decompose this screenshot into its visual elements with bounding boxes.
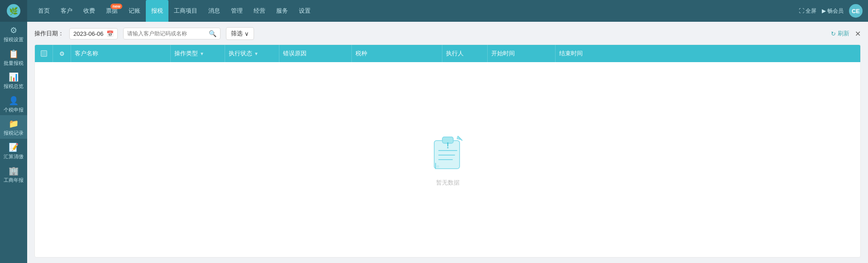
sidebar-item-tax-settings[interactable]: ⚙ 报税设置 xyxy=(0,22,27,45)
nav-label-commerce: 工商项目 xyxy=(174,7,197,15)
th-end-time: 结束时间 xyxy=(556,45,623,62)
nav-label-billing: 收费 xyxy=(83,7,95,15)
nav-label-customer: 客户 xyxy=(61,7,72,15)
th-checkbox[interactable] xyxy=(35,45,53,62)
nav-item-customer[interactable]: 客户 xyxy=(55,0,78,22)
th-executor-label: 执行人 xyxy=(446,49,464,58)
th-tax-type: 税种 xyxy=(352,45,442,62)
nav-item-settings[interactable]: 设置 xyxy=(293,0,316,22)
sidebar-label-personal-tax: 个税申报 xyxy=(4,107,24,113)
empty-state: ! 暂无数据 xyxy=(35,62,860,257)
fullscreen-label: 全屏 xyxy=(806,7,816,15)
search-box: 🔍 xyxy=(123,28,221,39)
fullscreen-btn[interactable]: ⛶ 全屏 xyxy=(799,7,816,15)
nav-label-bookkeeping: 记账 xyxy=(129,7,140,15)
sidebar-label-tax-settings: 报税设置 xyxy=(4,37,24,43)
avatar[interactable]: CE xyxy=(849,4,863,18)
sidebar-item-annual-report[interactable]: 🏢 工商年报 xyxy=(0,162,27,186)
refresh-icon: ↻ xyxy=(831,30,836,37)
sidebar-icon-annual-report: 🏢 xyxy=(9,166,19,176)
th-end-time-label: 结束时间 xyxy=(559,49,583,58)
table-header: ⚙ 客户名称 操作类型 ▼ 执行状态 ▼ 错误原因 xyxy=(35,45,860,62)
th-start-time: 开始时间 xyxy=(488,45,556,62)
logo-icon: 🌿 xyxy=(7,4,20,18)
filter-label: 筛选 xyxy=(231,29,243,38)
nav-label-settings: 设置 xyxy=(299,7,311,15)
sidebar: 🌿 ⚙ 报税设置 📋 批量报税 📊 报税总览 👤 个税申报 📁 报税记录 📝 汇… xyxy=(0,0,27,263)
sidebar-label-tax-overview: 报税总览 xyxy=(4,83,24,89)
th-error-reason: 错误原因 xyxy=(279,45,352,62)
main-area: 首页客户收费票据new记账报税工商项目消息管理经营服务设置 ⛶ 全屏 ▶ 畅会员… xyxy=(27,0,868,263)
th-settings[interactable]: ⚙ xyxy=(53,45,71,62)
date-input[interactable]: 2023-06-06 📅 xyxy=(69,28,118,39)
close-button[interactable]: ✕ xyxy=(855,29,861,38)
sidebar-label-settlement: 汇算清缴 xyxy=(4,154,24,160)
sidebar-item-batch-tax[interactable]: 📋 批量报税 xyxy=(0,45,27,69)
nav-item-billing[interactable]: 收费 xyxy=(78,0,101,22)
nav-label-messages: 消息 xyxy=(208,7,220,15)
th-start-time-label: 开始时间 xyxy=(491,49,515,58)
nav-item-tax[interactable]: 报税 xyxy=(146,0,168,22)
date-label: 操作日期： xyxy=(34,29,64,38)
sidebar-icon-tax-overview: 📊 xyxy=(9,72,19,82)
sidebar-icon-settlement: 📝 xyxy=(9,142,19,152)
toolbar: 操作日期： 2023-06-06 📅 🔍 筛选 ∨ ↻ 刷新 xyxy=(34,27,861,40)
sidebar-icon-tax-record: 📁 xyxy=(9,119,19,129)
refresh-button[interactable]: ↻ 刷新 xyxy=(831,29,849,38)
nav-item-messages[interactable]: 消息 xyxy=(203,0,225,22)
date-value: 2023-06-06 xyxy=(73,30,104,37)
nav-item-commerce[interactable]: 工商项目 xyxy=(168,0,203,22)
page-content: 操作日期： 2023-06-06 📅 🔍 筛选 ∨ ↻ 刷新 xyxy=(27,22,868,263)
th-executor: 执行人 xyxy=(442,45,488,62)
nav-item-bookkeeping[interactable]: 记账 xyxy=(123,0,146,22)
member-btn[interactable]: ▶ 畅会员 xyxy=(822,7,844,15)
nav-item-home[interactable]: 首页 xyxy=(33,0,55,22)
empty-icon: ! xyxy=(430,132,466,173)
sidebar-icon-batch-tax: 📋 xyxy=(9,49,19,59)
sidebar-label-tax-record: 报税记录 xyxy=(4,130,24,136)
member-icon: ▶ xyxy=(822,8,826,14)
sidebar-icon-tax-settings: ⚙ xyxy=(9,25,19,35)
nav-label-home: 首页 xyxy=(38,7,50,15)
sidebar-item-personal-tax[interactable]: 👤 个税申报 xyxy=(0,92,27,116)
content-area: 操作日期： 2023-06-06 📅 🔍 筛选 ∨ ↻ 刷新 xyxy=(27,22,868,263)
nav-label-services: 服务 xyxy=(276,7,288,15)
header-checkbox[interactable] xyxy=(41,50,47,57)
svg-point-8 xyxy=(436,165,439,168)
empty-text: 暂无数据 xyxy=(436,179,460,187)
th-error-reason-label: 错误原因 xyxy=(283,49,307,58)
th-customer-name-label: 客户名称 xyxy=(75,49,98,58)
sidebar-label-batch-tax: 批量报税 xyxy=(4,60,24,66)
sidebar-logo[interactable]: 🌿 xyxy=(0,0,27,22)
execution-status-sort-icon[interactable]: ▼ xyxy=(254,51,259,56)
sidebar-item-tax-overview[interactable]: 📊 报税总览 xyxy=(0,68,27,92)
sidebar-item-settlement[interactable]: 📝 汇算清缴 xyxy=(0,139,27,162)
th-operation-type-label: 操作类型 xyxy=(174,49,198,58)
th-execution-status-label: 执行状态 xyxy=(229,49,252,58)
search-button[interactable]: 🔍 xyxy=(205,28,220,39)
sidebar-icon-personal-tax: 👤 xyxy=(9,96,19,106)
nav-item-services[interactable]: 服务 xyxy=(271,0,293,22)
operation-type-sort-icon[interactable]: ▼ xyxy=(200,51,204,56)
th-operation-type: 操作类型 ▼ xyxy=(171,45,225,62)
search-input[interactable] xyxy=(124,29,205,39)
refresh-label: 刷新 xyxy=(838,29,849,38)
nav-badge-invoice: new xyxy=(110,4,122,9)
table-container: ⚙ 客户名称 操作类型 ▼ 执行状态 ▼ 错误原因 xyxy=(34,44,861,258)
filter-button[interactable]: 筛选 ∨ xyxy=(226,27,254,40)
member-label: 畅会员 xyxy=(827,7,844,15)
th-execution-status: 执行状态 ▼ xyxy=(225,45,279,62)
chevron-down-icon: ∨ xyxy=(245,30,249,37)
nav-label-tax: 报税 xyxy=(151,7,163,15)
toolbar-right: ↻ 刷新 ✕ xyxy=(831,29,861,38)
nav-label-management: 管理 xyxy=(231,7,243,15)
nav-item-management[interactable]: 管理 xyxy=(225,0,248,22)
sidebar-item-tax-record[interactable]: 📁 报税记录 xyxy=(0,115,27,139)
nav-item-operations[interactable]: 经营 xyxy=(248,0,271,22)
fullscreen-icon: ⛶ xyxy=(799,8,804,14)
svg-text:!: ! xyxy=(446,141,449,150)
nav-label-operations: 经营 xyxy=(254,7,265,15)
th-customer-name: 客户名称 xyxy=(71,45,171,62)
calendar-icon: 📅 xyxy=(106,30,114,37)
nav-item-invoice[interactable]: 票据new xyxy=(101,0,123,22)
